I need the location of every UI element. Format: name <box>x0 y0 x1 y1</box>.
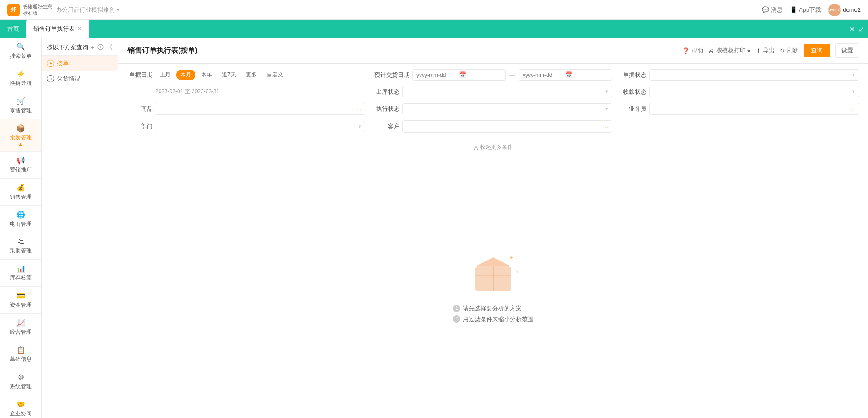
date-control: 上月 本月 本年 近7天 更多 自定义 <box>156 70 365 80</box>
left-panel-item-按单[interactable]: ● 按单 <box>42 56 118 71</box>
user-area[interactable]: demo2 demo2 <box>828 4 861 16</box>
sidebar-item-retail-mgmt[interactable]: 🛒 零售管理 <box>0 92 41 119</box>
expected-date-from-input[interactable] <box>416 72 457 78</box>
print-icon: 🖨 <box>708 48 714 54</box>
expected-date-item: 预计交货日期 📅 — 📅 <box>374 69 612 81</box>
nav-tabs: 首页 销售订单执行表 ✕ ✕ ⤢ <box>0 20 868 38</box>
marketing-icon: 📢 <box>16 156 25 165</box>
sidebar-item-quick-nav[interactable]: ⚡ 快捷导航 <box>0 65 41 92</box>
inventory-icon: 📊 <box>16 264 25 273</box>
refresh-button[interactable]: ↻ 刷新 <box>780 47 798 55</box>
sidebar-item-finance[interactable]: 💳 资金管理 <box>0 287 41 314</box>
calendar-to-icon[interactable]: 📅 <box>565 71 572 78</box>
exec-select[interactable]: ▾ <box>402 103 612 114</box>
help-button[interactable]: ❓ 帮助 <box>682 47 703 55</box>
filter-block: 单据日期 上月 本月 本年 近7天 更多 自定义 预计交货日期 <box>118 64 868 138</box>
message-icon: 💬 <box>762 6 769 13</box>
page-title: 销售订单执行表(按单) <box>127 46 198 56</box>
customer-more-icon[interactable]: ··· <box>603 123 608 130</box>
export-button[interactable]: ⬇ 导出 <box>756 47 774 55</box>
sidebar-item-wholesale-mgmt[interactable]: 📦 批发管理 ▲ <box>0 119 41 152</box>
tab-sales-order[interactable]: 销售订单执行表 ✕ <box>26 20 89 38</box>
tab-close-icon[interactable]: ✕ <box>77 26 82 32</box>
print-arrow-icon: ▾ <box>747 48 750 54</box>
left-panel-actions: + 《 <box>91 43 113 52</box>
date-separator: — <box>508 72 517 78</box>
payment-label: 收款状态 <box>621 88 646 96</box>
payment-item: 收款状态 ▾ <box>621 86 859 97</box>
date-tab-custom[interactable]: 自定义 <box>263 70 287 80</box>
sidebar-item-sys-mgmt[interactable]: ⚙ 系统管理 <box>0 368 41 395</box>
search-menu-icon: 🔍 <box>16 43 25 51</box>
date-tab-this-year[interactable]: 本年 <box>197 70 216 80</box>
date-tab-this-month[interactable]: 本月 <box>176 70 195 80</box>
content-area: 销售订单执行表(按单) ❓ 帮助 🖨 按模板打印 ▾ ⬇ 导出 <box>118 38 868 418</box>
sidebar-item-search-menu[interactable]: 🔍 搜索菜单 <box>0 38 41 65</box>
date-tab-last-month[interactable]: 上月 <box>156 70 175 80</box>
customer-select[interactable]: ··· <box>402 120 612 133</box>
sidebar-item-base-info[interactable]: 📋 基础信息 <box>0 341 41 368</box>
query-button[interactable]: 查询 <box>804 44 830 57</box>
tab-home[interactable]: 首页 <box>0 20 26 38</box>
empty-step-2: 2 用过滤条件来缩小分析范围 <box>453 314 533 324</box>
date-tab-last7[interactable]: 近7天 <box>218 70 240 80</box>
main-layout: 🔍 搜索菜单 ⚡ 快捷导航 🛒 零售管理 📦 批发管理 ▲ 📢 营销推广 💰 销… <box>0 38 868 418</box>
sidebar-item-inventory[interactable]: 📊 库存核算 <box>0 260 41 287</box>
user-name: demo2 <box>843 6 861 13</box>
expected-date-control: 📅 — 📅 <box>412 69 612 81</box>
sidebar-item-ecom[interactable]: 🌐 电商管理 <box>0 206 41 233</box>
salesman-select[interactable]: ··· <box>649 103 859 115</box>
dept-item: 部门 ▾ <box>127 120 365 133</box>
date-tab-more[interactable]: 更多 <box>242 70 261 80</box>
ops-icon: 📈 <box>16 318 25 327</box>
date-tabs: 上月 本月 本年 近7天 更多 自定义 <box>156 70 287 80</box>
delivery-item: 出库状态 ▾ <box>374 86 612 97</box>
step-num-2: 2 <box>453 315 460 323</box>
collapse-panel-button[interactable]: 《 <box>106 43 113 52</box>
sidebar-item-purchase[interactable]: 🛍 采购管理 <box>0 233 41 260</box>
retail-icon: 🛒 <box>16 97 25 105</box>
nav-expand-icon[interactable]: ⤢ <box>859 25 864 33</box>
goods-more-icon[interactable]: ··· <box>356 105 361 112</box>
settings-button[interactable]: 设置 <box>835 43 859 58</box>
print-button[interactable]: 🖨 按模板打印 ▾ <box>708 47 750 55</box>
customer-item: 客户 ··· <box>374 120 612 133</box>
empty-svg: ✦ · ✦ <box>466 251 520 296</box>
expected-date-from[interactable]: 📅 <box>412 69 506 81</box>
expand-arrow-icon: ▲ <box>19 142 23 147</box>
svg-marker-4 <box>475 257 511 266</box>
status-item: 单据状态 ▾ <box>621 69 859 81</box>
avatar: demo2 <box>828 4 841 16</box>
expected-date-to-input[interactable] <box>523 72 563 78</box>
app-download-button[interactable]: 📱 App下载 <box>790 6 821 14</box>
expected-date-to[interactable]: 📅 <box>519 69 612 81</box>
edit-scheme-button[interactable] <box>97 44 104 52</box>
help-icon: ❓ <box>682 48 689 54</box>
salesman-more-icon[interactable]: ··· <box>850 105 855 112</box>
download-icon: 📱 <box>790 6 797 13</box>
dept-select[interactable]: ▾ <box>156 121 365 132</box>
breadcrumb-arrow[interactable]: ▾ <box>117 6 120 13</box>
left-panel-item-欠货情况[interactable]: ○ 欠货情况 <box>42 71 118 86</box>
logo-area: 好 畅捷通好生意 标准版 <box>7 3 52 16</box>
goods-select[interactable]: ··· <box>156 103 365 115</box>
collapse-button[interactable]: ⋀ 收起更多条件 <box>471 141 515 154</box>
empty-state: ✦ · ✦ 1 请先选择要分析的方案 2 用过滤条件来缩小分析范围 <box>118 157 868 418</box>
sidebar: 🔍 搜索菜单 ⚡ 快捷导航 🛒 零售管理 📦 批发管理 ▲ 📢 营销推广 💰 销… <box>0 38 42 418</box>
step-num-1: 1 <box>453 305 460 312</box>
payment-select[interactable]: ▾ <box>649 86 859 97</box>
empty-step-1: 1 请先选择要分析的方案 <box>453 303 533 314</box>
delivery-select[interactable]: ▾ <box>402 86 612 97</box>
delivery-arrow-icon: ▾ <box>605 89 608 95</box>
add-scheme-button[interactable]: + <box>91 44 94 51</box>
sidebar-item-ops[interactable]: 📈 经营管理 <box>0 314 41 341</box>
sidebar-item-marketing[interactable]: 📢 营销推广 <box>0 152 41 179</box>
sidebar-item-sales-mgmt[interactable]: 💰 销售管理 <box>0 179 41 206</box>
sidebar-item-enterprise[interactable]: 🤝 企业协同 <box>0 395 41 418</box>
nav-close-icon[interactable]: ✕ <box>849 25 855 33</box>
payment-arrow-icon: ▾ <box>852 89 855 95</box>
base-info-icon: 📋 <box>16 346 25 354</box>
message-button[interactable]: 💬 消息 <box>762 6 783 14</box>
calendar-from-icon[interactable]: 📅 <box>459 71 466 78</box>
status-select[interactable]: ▾ <box>649 69 859 81</box>
